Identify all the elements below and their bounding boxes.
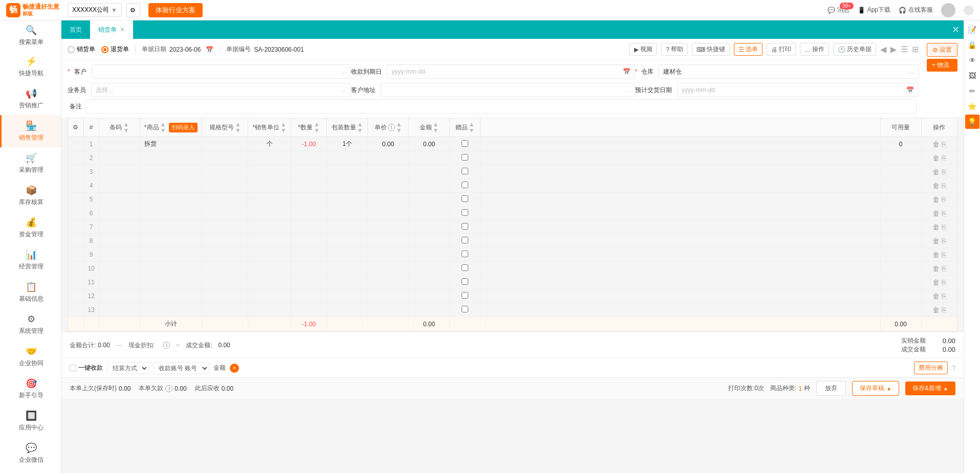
cell-barcode-12[interactable] [99, 303, 140, 317]
video-btn[interactable]: ▶ 视频 [629, 43, 657, 56]
tab-home[interactable]: 首页 [61, 20, 90, 39]
history-btn[interactable]: 🕐 历史单据 [833, 43, 876, 56]
cell-pkg-11[interactable] [326, 289, 367, 303]
cell-gift-3[interactable] [449, 179, 480, 193]
experience-button[interactable]: 体验行业方案 [148, 3, 203, 17]
next-page-icon[interactable]: ▶ [890, 44, 897, 54]
cell-product-1[interactable] [140, 151, 202, 165]
cell-spec-10[interactable] [202, 276, 248, 289]
cell-spec-5[interactable] [202, 207, 248, 220]
cell-spec-1[interactable] [202, 151, 248, 165]
radio-return[interactable]: 退货单 [101, 45, 129, 54]
cell-price-6[interactable] [367, 220, 408, 234]
delete-row-icon-2[interactable]: 🗑 [932, 168, 940, 176]
cell-product-3[interactable] [140, 179, 202, 193]
cell-gift-12[interactable] [449, 303, 480, 317]
customer-addr-input[interactable]: … [381, 83, 635, 97]
cell-qty-11[interactable] [291, 289, 326, 303]
cell-spec-4[interactable] [202, 193, 248, 207]
delete-row-icon-6[interactable]: 🗑 [932, 223, 940, 231]
delete-row-icon-3[interactable]: 🗑 [932, 182, 940, 190]
cell-product-12[interactable] [140, 303, 202, 317]
sidebar-item-finance[interactable]: 💰 资金管理 [0, 212, 61, 244]
customer-input[interactable]: … [92, 64, 352, 79]
copy-row-icon-7[interactable]: ⎘ [942, 237, 946, 245]
cell-pkg-6[interactable] [326, 220, 367, 234]
sidebar-item-base[interactable]: 📋 基础信息 [0, 276, 61, 308]
cell-gift-5[interactable] [449, 207, 480, 220]
operations-btn[interactable]: … 操作 [800, 43, 829, 56]
cell-amount-6[interactable] [408, 220, 449, 234]
cell-gift-10[interactable] [449, 276, 480, 289]
view-list-icon[interactable]: ☰ [901, 44, 908, 54]
cell-unit-12[interactable] [248, 303, 291, 317]
calendar-icon[interactable]: 📅 [206, 46, 213, 53]
cell-unit-1[interactable] [248, 151, 291, 165]
delete-row-icon-7[interactable]: 🗑 [932, 237, 940, 245]
th-unit[interactable]: *销售单位▲▼ [248, 118, 291, 137]
cell-barcode-2[interactable] [99, 165, 140, 179]
copy-row-icon-2[interactable]: ⎘ [942, 168, 946, 176]
cell-barcode-10[interactable] [99, 276, 140, 289]
cell-gift-7[interactable] [449, 234, 480, 248]
cell-pkg-5[interactable] [326, 207, 367, 220]
view-grid-icon[interactable]: ⊞ [912, 44, 919, 54]
cell-pkg-1[interactable] [326, 151, 367, 165]
cell-pkg-3[interactable] [326, 179, 367, 193]
cell-qty-0[interactable]: -1.00 [291, 137, 326, 151]
online-service-btn[interactable]: 🎧 在线客服 [899, 6, 933, 14]
help-btn[interactable]: ? 帮助 [661, 43, 688, 56]
cell-barcode-0[interactable] [99, 137, 140, 151]
rp-img-btn[interactable]: 🖼 [965, 69, 979, 83]
cell-gift-2[interactable] [449, 165, 480, 179]
cell-price-8[interactable] [367, 248, 408, 262]
sidebar-item-wechat[interactable]: 💬 企业微信 [0, 437, 61, 469]
cell-amount-3[interactable] [408, 179, 449, 193]
copy-row-icon-4[interactable]: ⎘ [942, 195, 946, 204]
cell-product-9[interactable] [140, 262, 202, 276]
setting-button[interactable]: ⚙ 设置 [927, 43, 957, 57]
cell-amount-2[interactable] [408, 165, 449, 179]
copy-row-icon-10[interactable]: ⎘ [942, 278, 946, 286]
sidebar-item-guide[interactable]: 🎯 新手引导 [0, 373, 61, 405]
due-date-calendar-icon[interactable]: 📅 [623, 68, 630, 75]
cell-unit-6[interactable] [248, 220, 291, 234]
th-setting[interactable]: ⚙ [68, 118, 83, 137]
cell-qty-4[interactable] [291, 193, 326, 207]
cell-qty-2[interactable] [291, 165, 326, 179]
copy-row-icon-3[interactable]: ⎘ [942, 182, 946, 190]
save-draft-button[interactable]: 保存草稿 ▲ [852, 381, 899, 396]
cell-qty-12[interactable] [291, 303, 326, 317]
prev-page-icon[interactable]: ◀ [880, 44, 886, 54]
cell-product-7[interactable] [140, 234, 202, 248]
rp-note-btn[interactable]: 📝 [965, 22, 979, 37]
scan-button[interactable]: 扫码录入 [169, 123, 198, 132]
app-download-btn[interactable]: 📱 App下载 [858, 6, 890, 14]
cell-price-12[interactable] [367, 303, 408, 317]
cell-barcode-4[interactable] [99, 193, 140, 207]
settings-icon[interactable]: ⚙ [126, 3, 140, 17]
abandon-button[interactable]: 放弃 [816, 381, 846, 396]
cell-amount-0[interactable]: 0.00 [408, 137, 449, 151]
cell-amount-5[interactable] [408, 207, 449, 220]
cell-barcode-6[interactable] [99, 220, 140, 234]
rp-active-btn[interactable]: 💡 [965, 115, 979, 129]
cell-price-11[interactable] [367, 289, 408, 303]
cell-price-1[interactable] [367, 151, 408, 165]
cell-pkg-0[interactable]: 1个 [326, 137, 367, 151]
sidebar-item-app-center[interactable]: 🔲 应用中心 [0, 405, 61, 437]
cell-price-4[interactable] [367, 193, 408, 207]
cell-unit-10[interactable] [248, 276, 291, 289]
expected-date-calendar-icon[interactable]: 📅 [906, 86, 914, 94]
cell-unit-8[interactable] [248, 248, 291, 262]
payment-help-icon[interactable]: ? [952, 365, 955, 372]
expected-date-input[interactable]: yyyy-mm-dd 📅 [677, 83, 919, 97]
delete-row-icon-9[interactable]: 🗑 [932, 264, 940, 273]
tab-close-icon[interactable]: ✕ [120, 26, 125, 33]
th-product[interactable]: *商品▲▼ 扫码录入 [140, 118, 202, 137]
delete-row-icon-10[interactable]: 🗑 [932, 278, 940, 286]
delete-row-icon-12[interactable]: 🗑 [932, 306, 940, 314]
cell-spec-6[interactable] [202, 220, 248, 234]
cell-amount-1[interactable] [408, 151, 449, 165]
cell-barcode-8[interactable] [99, 248, 140, 262]
